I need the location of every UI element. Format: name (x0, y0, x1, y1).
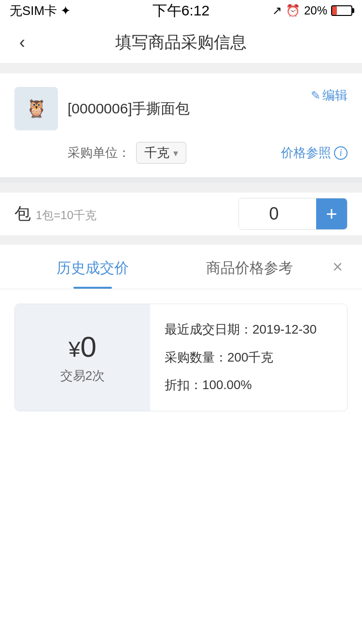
unit-label: 采购单位： (68, 144, 130, 161)
nav-bar: ‹ 填写商品采购信息 (0, 21, 362, 64)
recent-date-label: 最近成交日期： (165, 322, 252, 336)
qty-plus-button[interactable]: + (316, 198, 347, 229)
edit-icon: ✎ (311, 89, 320, 102)
back-button[interactable]: ‹ (14, 28, 30, 57)
product-unit-row: 采购单位： 千克 ▾ 价格参照 i (68, 142, 348, 164)
recent-date-value: 2019-12-30 (252, 322, 317, 336)
tabs-header: 历史成交价 商品价格参考 × (0, 245, 362, 289)
qty-unit-label: 包 (14, 203, 31, 225)
product-card: 🦉 [0000006]手撕面包 ✎ 编辑 采购单位： 千克 ▾ 价格参照 i (0, 73, 362, 177)
price-card-container: ¥0 交易2次 最近成交日期：2019-12-30 采购数量：200千克 折扣：… (0, 289, 362, 426)
status-time: 下午6:12 (153, 1, 209, 21)
product-name: [0000006]手撕面包 (68, 99, 190, 119)
recent-date-row: 最近成交日期：2019-12-30 (165, 320, 333, 340)
price-ref-button[interactable]: 价格参照 i (281, 144, 348, 161)
tabs-section: 历史成交价 商品价格参考 × ¥0 交易2次 最近成交日期：2019-12-30… (0, 245, 362, 426)
alarm-icon: ⏰ (286, 4, 300, 17)
discount-row: 折扣：100.00% (165, 375, 333, 395)
page-title: 填写商品采购信息 (115, 31, 247, 54)
discount-label: 折扣： (165, 378, 202, 392)
product-header: 🦉 [0000006]手撕面包 ✎ 编辑 (14, 87, 348, 130)
price-ref-label: 价格参照 (281, 144, 331, 161)
price-ref-info-icon: i (334, 146, 348, 160)
edit-button[interactable]: ✎ 编辑 (311, 87, 348, 104)
battery-icon (331, 5, 352, 16)
dropdown-arrow-icon: ▾ (173, 147, 178, 159)
product-left: 🦉 [0000006]手撕面包 (14, 87, 190, 130)
qty-input-group: + (238, 198, 348, 230)
price-amount: 0 (81, 331, 97, 363)
separator-bar (0, 177, 362, 183)
price-times-label: 交易2次 (60, 367, 105, 384)
product-thumb-icon: 🦉 (26, 98, 47, 119)
price-card-left: ¥0 交易2次 (15, 304, 150, 411)
purchase-qty-row: 采购数量：200千克 (165, 348, 333, 368)
edit-label: 编辑 (322, 87, 348, 104)
purchase-qty-value: 200千克 (227, 350, 273, 364)
status-right: ↗ ⏰ 20% (272, 4, 352, 17)
price-card: ¥0 交易2次 最近成交日期：2019-12-30 采购数量：200千克 折扣：… (14, 304, 348, 411)
product-thumbnail: 🦉 (14, 87, 58, 130)
qty-conversion-label: 1包=10千克 (36, 208, 97, 223)
price-card-right: 最近成交日期：2019-12-30 采购数量：200千克 折扣：100.00% (150, 304, 347, 411)
carrier-text: 无SIM卡 ✦ (10, 2, 71, 19)
unit-value: 千克 (144, 144, 169, 161)
tab-history-price[interactable]: 历史成交价 (14, 245, 171, 289)
bottom-area (0, 426, 362, 644)
unit-select-dropdown[interactable]: 千克 ▾ (136, 142, 186, 164)
status-bar: 无SIM卡 ✦ 下午6:12 ↗ ⏰ 20% (0, 0, 362, 21)
qty-input-field[interactable] (239, 198, 316, 229)
qty-label-group: 包 1包=10千克 (14, 203, 238, 225)
status-left: 无SIM卡 ✦ (10, 2, 71, 19)
price-display: ¥0 (69, 330, 97, 364)
currency-symbol: ¥ (69, 337, 80, 361)
tab-product-price-ref[interactable]: 商品价格参考 (171, 245, 327, 289)
purchase-qty-label: 采购数量： (165, 350, 227, 364)
discount-value: 100.00% (202, 378, 252, 392)
unit-group: 采购单位： 千克 ▾ (68, 142, 186, 164)
quantity-section: 包 1包=10千克 + (0, 193, 362, 235)
battery-text: 20% (304, 4, 327, 17)
location-icon: ↗ (272, 4, 282, 17)
tab-close-button[interactable]: × (328, 252, 348, 282)
